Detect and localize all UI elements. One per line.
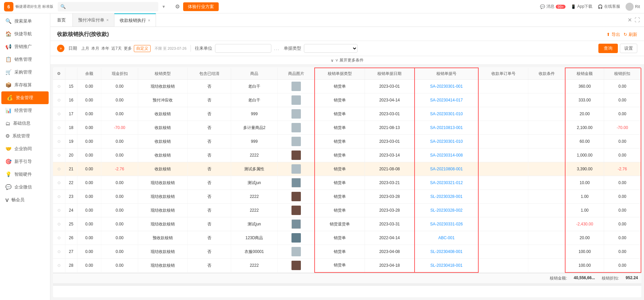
td-verify-bill-no[interactable]: SA-20210808-001 xyxy=(415,162,478,176)
td-verify-type: 现结收款核销 xyxy=(138,217,187,231)
maximize-icon[interactable]: ⛶ xyxy=(635,17,640,23)
sidebar-item-inventory[interactable]: 📦 库存核算 xyxy=(0,79,50,91)
sidebar-item-system[interactable]: ⚙ 系统管理 xyxy=(0,130,50,142)
tab-prepay-close[interactable]: × xyxy=(106,18,109,23)
sidebar-item-newbie[interactable]: 🎯 新手引导 xyxy=(0,155,50,168)
td-verify-type: 收款核销 xyxy=(138,148,187,162)
search-input[interactable] xyxy=(67,4,156,9)
settings-gear-icon[interactable]: ⚙ xyxy=(175,3,180,10)
sidebar-item-operations[interactable]: 📊 经营管理 xyxy=(0,104,50,117)
td-verify-amount: 20.00 xyxy=(565,107,604,121)
sidebar-item-sales[interactable]: 📋 销售管理 xyxy=(0,53,50,66)
verify-bill-no-link[interactable]: SA-20230414-017 xyxy=(430,98,463,102)
sidebar-item-marketing[interactable]: 📢 营销推广 xyxy=(0,40,50,53)
verify-bill-no-link[interactable]: SA-20230301-001 xyxy=(430,84,463,89)
verify-bill-no-link[interactable]: SL-20230328-001 xyxy=(430,194,463,199)
td-verify-amount: 333.00 xyxy=(565,93,604,107)
td-cash-discount: 0.00 xyxy=(101,231,138,245)
date-option-more[interactable]: 更多 xyxy=(124,46,132,51)
verify-bill-no-link[interactable]: SA-20230331-026 xyxy=(430,222,463,226)
date-custom-btn[interactable]: 自定义 xyxy=(134,45,151,52)
tab-home[interactable]: 首页 xyxy=(50,13,73,27)
user-profile[interactable]: Rit xyxy=(626,3,640,11)
verify-bill-no-link[interactable]: SA-20210808-001 xyxy=(430,167,463,171)
tab-receipt-close[interactable]: × xyxy=(148,18,150,23)
column-settings-icon[interactable]: ⚙ xyxy=(57,71,61,76)
sidebar-item-collab[interactable]: 🤝 企业协同 xyxy=(0,142,50,155)
td-verify-bill-no[interactable]: SA-20230314-008 xyxy=(415,148,478,162)
td-verify-bill-no[interactable]: SA-20230321-012 xyxy=(415,176,478,190)
voucher-type-label: 单据类型 xyxy=(284,45,301,51)
sidebar-item-hardware[interactable]: 💡 智能硬件 xyxy=(0,168,50,181)
td-verify-bill-no[interactable]: SL-20230328-002 xyxy=(415,204,478,217)
table-row: ⊙ 24 0.00 0.00 现结收款核销 否 2222 销货单 2023-03… xyxy=(53,204,641,217)
td-verify-bill-no[interactable]: SL-20230408-001 xyxy=(415,245,478,259)
td-verify-bill-no[interactable]: SA-20230301-010 xyxy=(415,135,478,148)
td-settings: ⊙ xyxy=(53,176,65,190)
footer-verify-discount-total: 952.24 xyxy=(626,275,638,281)
date-option-this-year[interactable]: 本年 xyxy=(101,46,109,51)
inventory-icon: 📦 xyxy=(5,82,12,88)
td-receipt-condition xyxy=(528,259,566,272)
filter-bar: » 日期 上月 本月 本年 近7天 更多 自定义 不限 至 2023-07-26… xyxy=(50,41,644,56)
voucher-type-select[interactable] xyxy=(304,44,358,53)
query-btn[interactable]: 查询 xyxy=(598,44,618,53)
td-verify-bill-no[interactable]: SA-20210813-001 xyxy=(415,121,478,135)
expand-more-bar[interactable]: ∨ ∨ 展开更多条件 xyxy=(50,56,644,65)
industry-btn[interactable]: 体验行业方案 xyxy=(183,2,219,11)
sidebar-item-quicknav[interactable]: 🏠 快捷导航 xyxy=(0,28,50,40)
messages-btn[interactable]: 💬 消息 99+ xyxy=(540,4,566,9)
expand-more-btn[interactable]: ∨ ∨ 展开更多条件 xyxy=(331,57,364,63)
table-row: ⊙ 27 0.00 0.00 现结收款核销 否 衣服00001 销货单 2023… xyxy=(53,245,641,259)
td-verify-bill-no[interactable]: SA-20230301-010 xyxy=(415,107,478,121)
td-verify-amount: 360.00 xyxy=(565,80,604,93)
td-receipt-order-no xyxy=(478,162,528,176)
scrollbar[interactable] xyxy=(53,283,641,286)
td-verify-discount: 0.00 xyxy=(604,107,641,121)
top-search-bar[interactable]: 🔍 xyxy=(58,2,158,11)
date-option-this-month[interactable]: 本月 xyxy=(91,46,99,51)
verify-bill-no-link[interactable]: SA-20230301-010 xyxy=(430,139,463,144)
close-all-icon[interactable]: ✕ xyxy=(628,17,632,23)
td-verify-bill-no[interactable]: SA-20230301-001 xyxy=(415,80,478,93)
settings-btn[interactable]: 设置 xyxy=(620,44,637,53)
th-settings[interactable]: ⚙ xyxy=(53,68,65,80)
td-verify-bill-no[interactable]: SL-20230328-001 xyxy=(415,190,478,204)
dropdown-arrow[interactable]: ▼ xyxy=(162,4,172,9)
verify-bill-no-link[interactable]: SA-20230314-008 xyxy=(430,153,463,158)
td-verify-bill-no[interactable]: ABC-001 xyxy=(415,231,478,245)
td-cash-discount: 0.00 xyxy=(101,176,138,190)
verify-bill-no-link[interactable]: SL-20230408-001 xyxy=(430,249,463,254)
sidebar-item-wechat[interactable]: 💬 企业微信 xyxy=(0,181,50,194)
td-verify-bill-no[interactable]: SL-20230418-001 xyxy=(415,259,478,272)
date-option-7days[interactable]: 近7天 xyxy=(111,46,122,51)
verify-bill-no-link[interactable]: SA-20210813-001 xyxy=(430,125,463,130)
refresh-btn[interactable]: ↻ 刷新 xyxy=(624,32,637,38)
td-product-image xyxy=(278,80,315,93)
sidebar-item-vip[interactable]: V 畅会员 xyxy=(0,194,50,206)
tab-prepay[interactable]: 预付冲应付单 × xyxy=(73,13,114,27)
verify-bill-no-link[interactable]: ABC-001 xyxy=(438,235,455,240)
export-btn[interactable]: ⬆ 导出 xyxy=(606,32,620,38)
online-service-btn[interactable]: 🎧 在线客服 xyxy=(598,4,620,9)
app-download-btn[interactable]: 📱 App下载 xyxy=(571,4,592,9)
sidebar-item-basic-info[interactable]: 🗂 基础信息 xyxy=(0,117,50,130)
partner-input[interactable] xyxy=(215,44,271,53)
verify-bill-no-link[interactable]: SL-20230328-002 xyxy=(430,208,463,213)
tab-receipt-verify[interactable]: 收款核销执行 × xyxy=(114,13,156,27)
tab-bar: 首页 预付冲应付单 × 收款核销执行 × ✕ ⛶ xyxy=(50,13,644,27)
td-verify-bill-no[interactable]: SA-20230331-026 xyxy=(415,217,478,231)
td-include-settled: 否 xyxy=(187,121,231,135)
sidebar-item-purchase[interactable]: 🛒 采购管理 xyxy=(0,66,50,79)
sidebar-item-finance[interactable]: 💰 资金管理 xyxy=(1,91,49,104)
date-option-last-month[interactable]: 上月 xyxy=(81,46,89,51)
td-verify-bill-no[interactable]: SA-20230414-017 xyxy=(415,93,478,107)
verify-bill-no-link[interactable]: SA-20230301-010 xyxy=(430,112,463,116)
data-table-container[interactable]: ⚙ 余额 现金折扣 核销类型 包含已结清 商品 商品图片 核销单据类型 核销单据… xyxy=(53,68,641,297)
filter-expand-arrow[interactable]: » xyxy=(57,45,64,52)
td-cash-discount: 0.00 xyxy=(101,245,138,259)
td-product: 2222 xyxy=(231,259,278,272)
verify-bill-no-link[interactable]: SL-20230418-001 xyxy=(430,263,463,268)
verify-bill-no-link[interactable]: SA-20230321-012 xyxy=(430,180,463,185)
sidebar-item-search[interactable]: 🔍 搜索菜单 xyxy=(0,15,50,28)
